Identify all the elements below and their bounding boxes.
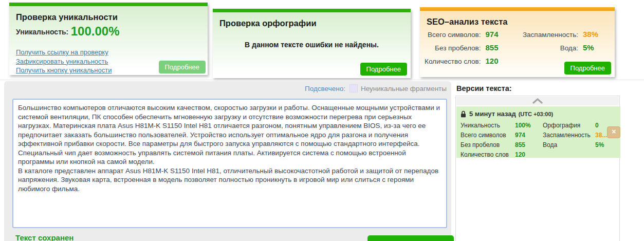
uniqueness-panel-title: Проверка уникальности (9, 6, 208, 22)
version-stats: Уникальность100% Орфография0 Всего симво… (461, 120, 607, 159)
version-time: 5 минут назад (469, 110, 516, 118)
text-input[interactable]: Большинство компьютеров отличаются высок… (12, 99, 447, 228)
uniqueness-panel: Проверка уникальности Уникальность: 100.… (9, 3, 208, 75)
delete-version-button[interactable]: × (607, 126, 620, 138)
water-value: 5% (578, 43, 615, 52)
section-divider (0, 80, 644, 80)
version-timezone: (UTC +03:00) (519, 111, 554, 117)
seo-panel: SEO–анализ текста Всего символов:974 Без… (420, 7, 615, 77)
nonunique-swatch (349, 84, 358, 92)
uniqueness-label: Уникальность: (16, 28, 68, 36)
lock-icon (461, 110, 466, 118)
uniqueness-value: 100.00% (71, 24, 120, 38)
highlighted-label: Подсвечено: (305, 85, 345, 92)
panel-accent-bar (420, 7, 615, 11)
seo-details-button[interactable]: Подробнее (564, 62, 611, 75)
uniqueness-links: Получить ссылку на проверку Зафиксироват… (16, 48, 112, 75)
check-text-button[interactable] (367, 235, 454, 241)
editor-block: Подсвечено: Неуникальные фрагменты Больш… (4, 81, 451, 241)
version-stat-row: Количество слов120 (461, 150, 607, 159)
text-saved-status: Текст сохранен (15, 233, 73, 241)
word-count-value: 120 (481, 57, 518, 65)
total-chars-label: Всего символов: (420, 31, 481, 39)
seo-panel-title: SEO–анализ текста (420, 11, 615, 27)
word-count-label: Количество слов: (420, 58, 481, 65)
panel-accent-bar (213, 9, 411, 12)
versions-collapse-toggle[interactable] (456, 97, 619, 105)
spelling-details-button[interactable]: Подробнее (360, 63, 407, 76)
panel-accent-bar (9, 3, 208, 6)
chevron-up-icon (532, 98, 543, 104)
versions-panel: 5 минут назад (UTC +03:00) Уникальность1… (455, 96, 620, 241)
spam-value: 38% (578, 30, 615, 39)
versions-title: Версии текста: (456, 84, 512, 92)
fix-uniqueness-link[interactable]: Зафиксировать уникальность (16, 57, 112, 66)
spelling-result-message: В данном тексте ошибки не найдены. (213, 41, 411, 49)
uniqueness-details-button[interactable]: Подробнее (159, 61, 206, 73)
get-uniqueness-button-link[interactable]: Получить кнопку уникальности (16, 66, 112, 75)
no-spaces-label: Без пробелов: (420, 44, 481, 52)
close-icon: × (612, 127, 616, 136)
get-check-link[interactable]: Получить ссылку на проверку (16, 48, 112, 57)
nonunique-legend: Неуникальные фрагменты (361, 85, 447, 92)
version-stat-row: Без пробелов855 Вода5% (461, 140, 607, 150)
text-analysis-page: Проверка уникальности Уникальность: 100.… (0, 0, 644, 241)
highlight-legend-row: Подсвечено: Неуникальные фрагменты (305, 84, 447, 92)
spam-label: Заспамленность: (518, 31, 579, 39)
version-stat-row: Уникальность100% Орфография0 (461, 120, 607, 130)
version-stat-row: Всего символов974 Заспамленность38... (461, 130, 607, 140)
no-spaces-value: 855 (481, 43, 518, 52)
version-card: 5 минут назад (UTC +03:00) Уникальность1… (456, 106, 619, 158)
spelling-panel: Проверка орфографии В данном тексте ошиб… (213, 9, 411, 78)
spelling-panel-title: Проверка орфографии (213, 12, 411, 28)
seo-stats-left: Всего символов:974 Без пробелов:855 Коли… (420, 30, 518, 70)
total-chars-value: 974 (481, 30, 518, 39)
water-label: Вода: (518, 44, 579, 52)
